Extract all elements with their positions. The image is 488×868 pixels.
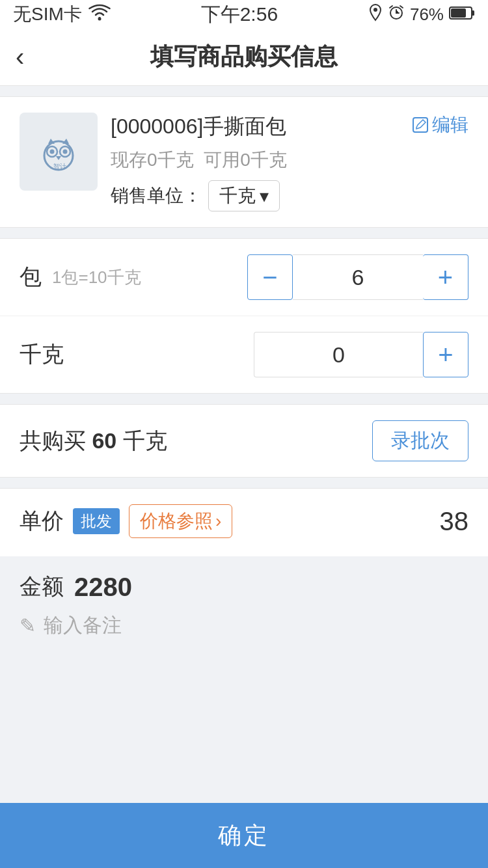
alarm-icon xyxy=(388,4,405,25)
svg-point-1 xyxy=(373,8,377,12)
quantity-controls-bao: − + xyxy=(247,254,468,300)
price-category-tag: 批发 xyxy=(73,508,120,534)
price-section: 单价 批发 价格参照 › 38 xyxy=(0,488,488,556)
price-row: 单价 批发 价格参照 › 38 xyxy=(20,504,468,538)
product-unit-row: 销售单位： 千克 ▾ xyxy=(111,180,468,211)
status-bar: 无SIM卡 下午2:56 76% xyxy=(0,0,488,29)
quantity-hint: 1包=10千克 xyxy=(52,266,141,289)
product-image: 智计 xyxy=(20,113,98,191)
nav-bar: ‹ 填写商品购买信息 xyxy=(0,29,488,86)
page-title: 填写商品购买信息 xyxy=(150,41,338,73)
chevron-down-icon: ▾ xyxy=(260,185,269,207)
amount-row: 金额 2280 xyxy=(20,572,468,602)
status-left: 无SIM卡 xyxy=(13,2,111,27)
quantity-label-bao: 包 1包=10千克 xyxy=(20,262,247,292)
summary-text: 共购买 60 千克 xyxy=(20,426,167,456)
quantity-section: 包 1包=10千克 − + 千克 + xyxy=(0,238,488,394)
back-button[interactable]: ‹ xyxy=(16,42,24,72)
product-logo: 智计 xyxy=(35,132,82,171)
minus-button-bao[interactable]: − xyxy=(247,254,293,300)
amount-label: 金额 xyxy=(20,572,64,602)
location-icon xyxy=(368,3,383,26)
status-right: 76% xyxy=(368,3,475,26)
plus-button-bao[interactable]: + xyxy=(423,254,468,300)
pencil-icon: ✎ xyxy=(20,614,36,637)
quantity-row-kg: 千克 + xyxy=(0,316,488,393)
wifi-icon xyxy=(88,4,111,25)
amount-value: 2280 xyxy=(74,573,132,602)
battery-icon xyxy=(449,5,475,25)
price-ref-button[interactable]: 价格参照 › xyxy=(129,504,232,538)
batch-button[interactable]: 录批次 xyxy=(372,420,468,461)
svg-point-9 xyxy=(50,150,55,154)
edit-label: 编辑 xyxy=(432,113,468,137)
product-card: 智计 [0000006]手撕面包 编辑 现存0千克 可用0千克 销售单位： 千克… xyxy=(0,96,488,228)
price-value: 38 xyxy=(440,507,469,536)
svg-point-10 xyxy=(63,150,68,154)
price-label: 单价 批发 价格参照 › xyxy=(20,504,232,538)
status-time: 下午2:56 xyxy=(201,1,278,28)
battery-text: 76% xyxy=(410,5,444,25)
product-info: [0000006]手撕面包 编辑 现存0千克 可用0千克 销售单位： 千克 ▾ xyxy=(111,113,468,211)
note-placeholder: 输入备注 xyxy=(44,612,122,639)
quantity-input-kg[interactable] xyxy=(254,332,423,377)
quantity-controls-kg: + xyxy=(254,332,468,377)
edit-button[interactable]: 编辑 xyxy=(411,113,468,137)
quantity-label-kg: 千克 xyxy=(20,340,254,370)
product-stock: 现存0千克 可用0千克 xyxy=(111,148,468,172)
plus-button-kg[interactable]: + xyxy=(423,332,468,377)
svg-rect-4 xyxy=(472,10,474,16)
carrier-text: 无SIM卡 xyxy=(13,2,82,27)
amount-section: 金额 2280 ✎ 输入备注 xyxy=(0,556,488,655)
svg-text:智计: 智计 xyxy=(53,163,66,170)
quantity-input-bao[interactable] xyxy=(293,254,423,300)
confirm-button[interactable]: 确定 xyxy=(0,803,488,868)
svg-rect-12 xyxy=(413,118,427,132)
summary-section: 共购买 60 千克 录批次 xyxy=(0,404,488,478)
unit-dropdown[interactable]: 千克 ▾ xyxy=(208,180,280,211)
chevron-right-icon: › xyxy=(215,511,221,532)
svg-rect-5 xyxy=(451,8,466,18)
product-name: [0000006]手撕面包 xyxy=(111,113,286,141)
svg-point-0 xyxy=(98,17,101,20)
note-row[interactable]: ✎ 输入备注 xyxy=(20,612,468,655)
quantity-row-bao: 包 1包=10千克 − + xyxy=(0,239,488,316)
